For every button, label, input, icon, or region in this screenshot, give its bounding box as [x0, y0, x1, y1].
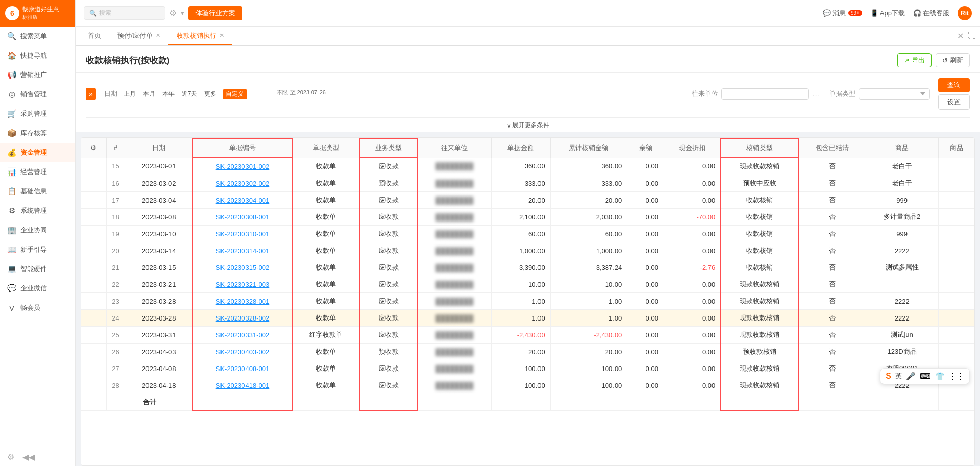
- tab-close-receivable-exec[interactable]: ✕: [219, 32, 224, 39]
- last-month-btn[interactable]: 上月: [120, 89, 139, 100]
- sidebar-item-sales[interactable]: ◎销售管理: [0, 85, 75, 104]
- table-footer-row: 合计: [81, 394, 974, 411]
- cell-bill-no[interactable]: SK-20230321-003: [193, 276, 292, 293]
- tab-expand[interactable]: ⛶: [968, 31, 976, 41]
- table-row[interactable]: 272023-04-08SK-20230408-001收款单应收款███████…: [81, 360, 974, 377]
- user-avatar[interactable]: Rit: [958, 6, 972, 20]
- cell-bill-no[interactable]: SK-20230331-002: [193, 327, 292, 344]
- tab-pre-receivable[interactable]: 预付/应付单✕: [109, 27, 168, 45]
- gear-icon[interactable]: ⚙: [169, 8, 177, 18]
- cell-amount: 100.00: [492, 360, 551, 377]
- sidebar-item-inventory[interactable]: 📦库存核算: [0, 124, 75, 143]
- export-button[interactable]: ↗ 导出: [897, 53, 932, 67]
- more-date-btn[interactable]: 更多: [201, 89, 219, 100]
- cell-bill-no[interactable]: SK-20230328-002: [193, 310, 292, 327]
- cell-bill-no[interactable]: SK-20230314-001: [193, 242, 292, 259]
- bill-type-select[interactable]: [859, 88, 930, 100]
- sidebar-item-basic[interactable]: 📋基础信息: [0, 182, 75, 201]
- table-row[interactable]: 192023-03-10SK-20230310-001收款单应收款███████…: [81, 226, 974, 242]
- sidebar-item-shortcut[interactable]: 🏠快捷导航: [0, 46, 75, 65]
- cell-bill-no[interactable]: SK-20230418-001: [193, 377, 292, 394]
- cell-bill-no[interactable]: SK-20230308-001: [193, 209, 292, 226]
- settings-icon[interactable]: ⚙: [7, 452, 14, 462]
- sidebar-item-operation[interactable]: 📊经营管理: [0, 162, 75, 182]
- cell-idx: 18: [106, 209, 125, 226]
- table-row[interactable]: 172023-03-04SK-20230304-001收款单应收款███████…: [81, 192, 974, 209]
- message-badge: 99+: [848, 10, 862, 16]
- cell-date: 2023-03-31: [125, 327, 193, 344]
- sidebar-item-enterprise[interactable]: 🏢企业协同: [0, 220, 75, 240]
- table-row[interactable]: 222023-03-21SK-20230321-003收款单应收款███████…: [81, 276, 974, 293]
- refresh-button[interactable]: ↺ 刷新: [936, 53, 970, 67]
- filter-dots[interactable]: ...: [812, 90, 821, 98]
- table-row[interactable]: 152023-03-01SK-20230301-002收款单应收款███████…: [81, 158, 974, 175]
- cell-balance: 0.00: [627, 310, 664, 327]
- tab-receivable-exec[interactable]: 收款核销执行✕: [168, 27, 232, 45]
- this-year-btn[interactable]: 本年: [159, 89, 178, 100]
- col-setting[interactable]: ⚙: [81, 138, 106, 158]
- sidebar-item-marketing[interactable]: 📢营销推广: [0, 65, 75, 85]
- query-button[interactable]: 查询: [938, 78, 970, 92]
- cell-bill-no[interactable]: SK-20230310-001: [193, 226, 292, 242]
- solution-button[interactable]: 体验行业方案: [188, 6, 242, 20]
- table-row[interactable]: 182023-03-08SK-20230308-001收款单应收款███████…: [81, 209, 974, 226]
- expand-button[interactable]: ∨ 展开更多条件: [86, 117, 970, 130]
- cell-bill-no[interactable]: SK-20230315-002: [193, 259, 292, 276]
- service-item[interactable]: 🎧 在线客服: [913, 9, 949, 18]
- sidebar-item-system[interactable]: ⚙系统管理: [0, 201, 75, 220]
- cell-bill-type: 收款单: [292, 377, 360, 394]
- ime-logo-icon: S: [886, 372, 891, 381]
- cell-bill-no[interactable]: SK-20230302-002: [193, 175, 292, 192]
- table-row[interactable]: 162023-03-02SK-20230302-002收款单预收款███████…: [81, 175, 974, 192]
- table-row[interactable]: 202023-03-14SK-20230314-001收款单应收款███████…: [81, 242, 974, 259]
- cell-bill-no[interactable]: SK-20230301-002: [193, 158, 292, 175]
- cell-bill-no[interactable]: SK-20230408-001: [193, 360, 292, 377]
- this-month-btn[interactable]: 本月: [140, 89, 158, 100]
- cell-idx: 16: [106, 175, 125, 192]
- custom-date-btn[interactable]: 自定义: [223, 89, 247, 99]
- sidebar-item-member[interactable]: V畅会员: [0, 298, 75, 317]
- col-date: 日期: [125, 138, 193, 158]
- settings-button[interactable]: 设置: [938, 94, 970, 110]
- sidebar-item-guide[interactable]: 📖新手引导: [0, 240, 75, 259]
- table-row[interactable]: 282023-04-18SK-20230418-001收款单应收款███████…: [81, 377, 974, 394]
- ime-mic-icon[interactable]: 🎤: [906, 372, 916, 381]
- cell-verified: 1,000.00: [550, 242, 627, 259]
- col-amount: 单据金额: [492, 138, 551, 158]
- sidebar-item-search[interactable]: 🔍搜索菜单: [0, 27, 75, 46]
- cell-discount: -70.00: [664, 209, 721, 226]
- cell-amount: 20.00: [492, 192, 551, 209]
- collapse-icon[interactable]: ◀◀: [22, 452, 35, 462]
- last-7days-btn[interactable]: 近7天: [179, 89, 201, 100]
- cell-bill-no[interactable]: SK-20230403-002: [193, 344, 292, 360]
- ime-shirt-icon[interactable]: 👕: [935, 372, 945, 381]
- cell-product2: [938, 158, 974, 175]
- partner-input[interactable]: [721, 88, 809, 100]
- message-item[interactable]: 💬 消息 99+: [823, 9, 862, 18]
- ime-apps-icon[interactable]: ⋮⋮: [949, 372, 964, 381]
- sidebar-item-wechat[interactable]: 💬企业微信: [0, 279, 75, 298]
- tab-close-pre-receivable[interactable]: ✕: [156, 32, 160, 39]
- cell-setting: [81, 344, 106, 360]
- dropdown-icon[interactable]: ▾: [181, 9, 184, 17]
- col-biz-type-footer: [360, 394, 418, 411]
- search-box[interactable]: 🔍 搜索: [84, 6, 165, 20]
- tab-home[interactable]: 首页: [80, 27, 109, 45]
- table-row[interactable]: 252023-03-31SK-20230331-002红字收款单应收款█████…: [81, 327, 974, 344]
- tab-close-all[interactable]: ✕: [957, 31, 964, 41]
- cell-bill-no[interactable]: SK-20230328-001: [193, 293, 292, 310]
- sidebar-item-finance[interactable]: 💰资金管理: [0, 143, 75, 162]
- table-row[interactable]: 242023-03-28SK-20230328-002收款单应收款███████…: [81, 310, 974, 327]
- cell-product: [866, 276, 938, 293]
- purchase-icon: 🛒: [7, 109, 16, 118]
- table-row[interactable]: 262023-04-03SK-20230403-002收款单预收款███████…: [81, 344, 974, 360]
- sidebar-item-purchase[interactable]: 🛒采购管理: [0, 104, 75, 124]
- table-row[interactable]: 232023-03-28SK-20230328-001收款单应收款███████…: [81, 293, 974, 310]
- sidebar-item-hardware[interactable]: 💻智能硬件: [0, 259, 75, 279]
- cell-bill-no[interactable]: SK-20230304-001: [193, 192, 292, 209]
- filter-toggle-button[interactable]: »: [86, 88, 96, 100]
- ime-grid-icon[interactable]: ⌨: [920, 372, 931, 381]
- table-row[interactable]: 212023-03-15SK-20230315-002收款单应收款███████…: [81, 259, 974, 276]
- cell-product2: [938, 293, 974, 310]
- app-download-item[interactable]: 📱 App下载: [870, 9, 905, 18]
